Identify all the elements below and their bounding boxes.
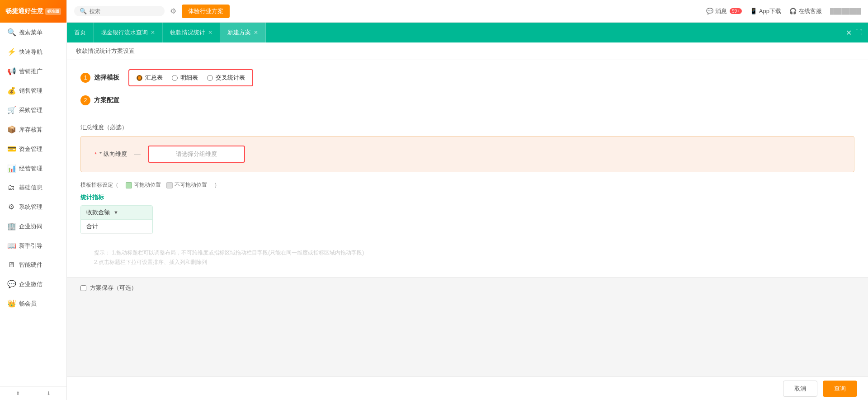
sidebar-item-sales[interactable]: 💰 销售管理 (0, 81, 66, 100)
radio-summary-label: 汇总表 (145, 74, 163, 82)
tab-home[interactable]: 首页 (67, 23, 94, 42)
metrics-table-cell: 合计 (81, 220, 152, 234)
template-options: 汇总表 明细表 交叉统计表 (128, 69, 253, 86)
step1-badge: 1 (80, 73, 90, 83)
fixed-label: 不可拖动位置 (175, 181, 207, 189)
sidebar-item-guide[interactable]: 📖 新手引导 (0, 236, 66, 255)
tab-close-icon[interactable]: ✕ (208, 29, 212, 36)
message-label: 消息 (715, 7, 727, 15)
sidebar-item-label: 营销推广 (19, 67, 42, 75)
sidebar-item-label: 企业微信 (19, 280, 42, 288)
fixed-legend: 不可拖动位置 (166, 181, 207, 189)
sidebar-item-label: 企业协同 (19, 222, 42, 231)
metrics-col-label: 收款金额 (86, 208, 110, 216)
tab-maximize-icon[interactable]: ⛶ (855, 28, 863, 37)
page-title: 收款情况统计方案设置 (76, 47, 135, 54)
tip1: 提示： 1.拖动标题栏可以调整布局，不可跨维度或指标区域拖动栏目字段(只能在同一… (94, 249, 841, 257)
fixed-dot (166, 182, 173, 188)
tab-minimize-icon[interactable]: ✕ (846, 28, 852, 37)
tab-close-icon[interactable]: ✕ (254, 29, 258, 36)
save-checkbox[interactable] (80, 285, 86, 291)
dimension-title: 汇总维度（必选） (80, 123, 854, 132)
sidebar-item-label: 资金管理 (19, 145, 42, 153)
draggable-label: 可拖动位置 (134, 181, 161, 189)
sidebar-item-search[interactable]: 🔍 搜索菜单 (0, 23, 66, 42)
trial-button[interactable]: 体验行业方案 (182, 5, 230, 18)
draggable-legend: 可拖动位置 (126, 181, 161, 189)
query-button[interactable]: 查询 (823, 381, 857, 397)
radio-summary-input[interactable] (137, 75, 142, 81)
sidebar-item-wechat[interactable]: 💬 企业微信 (0, 274, 66, 294)
settings-icon[interactable]: ⚙ (170, 7, 176, 15)
app-download-btn[interactable]: 📱 App下载 (750, 7, 781, 15)
metrics-label: 统计指标 (80, 193, 854, 202)
sidebar: 畅捷通好生意 标准版 🔍 搜索菜单 ⚡ 快速导航 📢 营销推广 💰 销售管理 🛒… (0, 0, 67, 400)
sidebar-bottom-btn1[interactable]: ⬆ (4, 391, 33, 396)
search-input[interactable] (90, 8, 153, 14)
cancel-button[interactable]: 取消 (783, 381, 817, 397)
search-icon: 🔍 (80, 8, 87, 14)
sidebar-item-management[interactable]: 📊 经营管理 (0, 159, 66, 178)
tab-receivable[interactable]: 收款情况统计 ✕ (163, 23, 220, 42)
dimension-select-button[interactable]: 请选择分组维度 (148, 146, 245, 163)
radio-cross-label: 交叉统计表 (216, 74, 245, 82)
form-section: 1 选择模板 汇总表 明细表 交叉统计表 (67, 60, 868, 123)
sidebar-item-inventory[interactable]: 📦 库存核算 (0, 120, 66, 139)
quicknav-icon: ⚡ (7, 47, 15, 56)
step1-row: 1 选择模板 汇总表 明细表 交叉统计表 (80, 69, 854, 86)
system-icon: ⚙ (7, 202, 15, 211)
tab-close-icon[interactable]: ✕ (151, 29, 155, 36)
sidebar-bottom: ⬆ ⬇ (0, 386, 66, 400)
sidebar-item-quicknav[interactable]: ⚡ 快速导航 (0, 42, 66, 61)
sidebar-item-label: 畅会员 (19, 300, 37, 308)
tab-label: 现金银行流水查询 (101, 28, 148, 37)
app-badge: 标准版 (45, 8, 61, 15)
step2-row: 2 方案配置 (80, 95, 854, 105)
metrics-table: 收款金额 ▼ 合计 (80, 205, 153, 234)
sidebar-item-marketing[interactable]: 📢 营销推广 (0, 61, 66, 81)
page-content: 收款情况统计方案设置 1 选择模板 汇总表 明细表 (67, 42, 868, 400)
topbar: 🔍 ⚙ 体验行业方案 💬 消息 99+ 📱 App下载 🎧 在线客服 █████… (67, 0, 868, 23)
sidebar-item-system[interactable]: ⚙ 系统管理 (0, 197, 66, 216)
search-icon: 🔍 (7, 28, 15, 37)
basic-info-icon: 🗂 (7, 184, 15, 192)
sidebar-item-label: 系统管理 (19, 203, 42, 211)
tab-cashbank[interactable]: 现金银行流水查询 ✕ (94, 23, 163, 42)
sidebar-item-label: 智能硬件 (19, 261, 42, 269)
sidebar-item-label: 库存核算 (19, 126, 42, 134)
sidebar-item-finance[interactable]: 💳 资金管理 (0, 139, 66, 159)
sidebar-item-purchase[interactable]: 🛒 采购管理 (0, 100, 66, 120)
save-label[interactable]: 方案保存（可选） (90, 284, 137, 292)
download-icon: 📱 (750, 8, 757, 14)
sidebar-item-enterprise[interactable]: 🏢 企业协同 (0, 216, 66, 236)
drag-legend: 可拖动位置 不可拖动位置 (126, 181, 207, 189)
online-service-btn[interactable]: 🎧 在线客服 (789, 7, 822, 15)
chevron-down-icon[interactable]: ▼ (113, 210, 118, 215)
message-btn[interactable]: 💬 消息 99+ (706, 7, 742, 15)
sidebar-item-label: 经营管理 (19, 165, 42, 173)
search-box[interactable]: 🔍 (74, 6, 165, 16)
tab-label: 首页 (74, 28, 86, 37)
sidebar-item-member[interactable]: 👑 畅会员 (0, 294, 66, 313)
draggable-dot (126, 182, 132, 188)
radio-detail-input[interactable] (172, 75, 178, 81)
user-label: ████████ (830, 8, 861, 14)
tab-label: 收款情况统计 (170, 28, 205, 37)
sidebar-item-hardware[interactable]: 🖥 智能硬件 (0, 255, 66, 274)
radio-detail[interactable]: 明细表 (172, 74, 198, 82)
download-label: App下载 (759, 7, 781, 15)
tab-label: 新建方案 (227, 28, 251, 37)
tab-new-plan[interactable]: 新建方案 ✕ (220, 23, 266, 42)
hardware-icon: 🖥 (7, 261, 15, 269)
radio-summary[interactable]: 汇总表 (137, 74, 163, 82)
enterprise-icon: 🏢 (7, 222, 15, 231)
radio-cross[interactable]: 交叉统计表 (207, 74, 245, 82)
tip2: 2.点击标题栏下拉可设置排序、插入列和删除列 (94, 259, 841, 266)
metrics-header: 模板指标设定（ 可拖动位置 不可拖动位置 ） (80, 181, 854, 189)
metrics-header-text: 模板指标设定（ (80, 181, 118, 189)
metrics-table-header[interactable]: 收款金额 ▼ (81, 206, 152, 220)
radio-cross-input[interactable] (207, 75, 213, 81)
sidebar-item-basic-info[interactable]: 🗂 基础信息 (0, 178, 66, 197)
vertical-dimension-label: * * 纵向维度 (94, 150, 127, 158)
sidebar-bottom-btn2[interactable]: ⬇ (34, 391, 63, 396)
